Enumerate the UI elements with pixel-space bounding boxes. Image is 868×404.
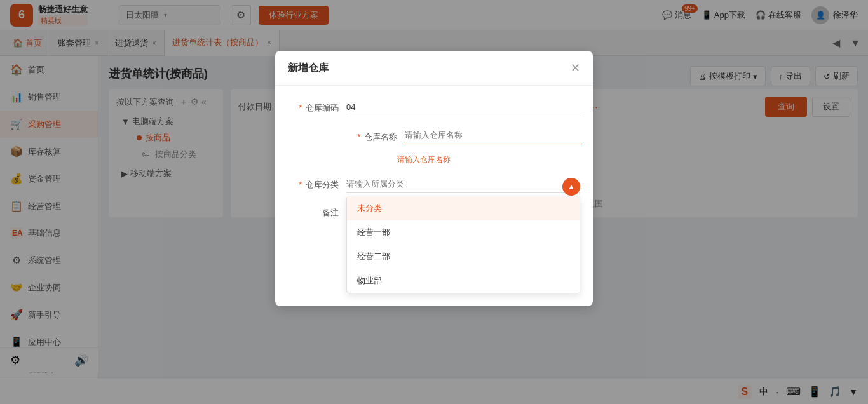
name-error-text: 请输入仓库名称 (397, 155, 451, 164)
category-option-uncategorized[interactable]: 未分类 (347, 196, 580, 220)
category-dropdown-arrow-button[interactable]: ▲ (562, 178, 580, 196)
category-dropdown-wrapper: ▲ 未分类 经营一部 经营二部 物业部 (346, 175, 580, 193)
note-label: 备注 (288, 203, 339, 219)
category-option-dept3[interactable]: 物业部 (347, 269, 580, 293)
name-input-wrapper (405, 126, 580, 144)
chevron-up-icon: ▲ (567, 182, 575, 191)
form-row-code: * 仓库编码 (288, 98, 580, 116)
modal-new-warehouse: 新增仓库 ✕ * 仓库编码 * 仓库名称 (275, 51, 593, 306)
modal-header: 新增仓库 ✕ (275, 51, 593, 86)
modal-title: 新增仓库 (288, 62, 329, 75)
name-row-inner: * 仓库名称 (346, 126, 580, 144)
name-error-wrapper: 请输入仓库名称 (346, 153, 451, 165)
name-input[interactable] (405, 126, 580, 144)
form-row-name: * 仓库名称 请输入仓库名称 (288, 126, 580, 165)
category-option-dept2[interactable]: 经营二部 (347, 245, 580, 269)
category-option-dept1[interactable]: 经营一部 (347, 220, 580, 245)
category-dropdown-list: 未分类 经营一部 经营二部 物业部 (346, 196, 580, 293)
form-row-category: * 仓库分类 ▲ 未分类 经营一部 经营二部 物业部 (288, 175, 580, 193)
code-input[interactable] (346, 98, 580, 116)
modal-body: * 仓库编码 * 仓库名称 请输入仓库名称 (275, 86, 593, 264)
code-label: * 仓库编码 (288, 98, 339, 114)
category-input[interactable] (346, 175, 580, 193)
modal-close-button[interactable]: ✕ (571, 61, 580, 75)
modal-overlay: 新增仓库 ✕ * 仓库编码 * 仓库名称 (0, 0, 868, 404)
name-label: * 仓库名称 (346, 128, 397, 143)
category-label: * 仓库分类 (288, 175, 339, 191)
